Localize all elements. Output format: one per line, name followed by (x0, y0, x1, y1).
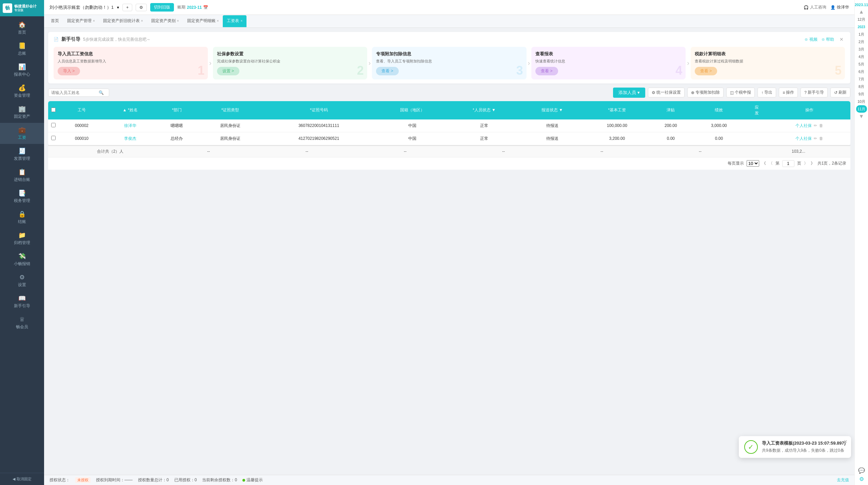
step-btn-5[interactable]: 查看 > (695, 67, 717, 75)
sidebar-item-tax[interactable]: 📑税务管理 (0, 186, 44, 207)
action-btn-tax-report[interactable]: ◫个税申报 (726, 88, 755, 97)
tab-fixed-detail[interactable]: 固定资产明细账× (183, 15, 223, 27)
tab-close-payroll[interactable]: × (240, 19, 242, 23)
edit-btn-1[interactable]: ✏ (814, 123, 817, 128)
sidebar-icon-close: 🔒 (18, 210, 26, 218)
current-month[interactable]: 11月 (856, 105, 867, 113)
step-btn-4[interactable]: 查看 > (535, 67, 558, 75)
sidebar-item-fund[interactable]: 💰资金管理 (0, 81, 44, 102)
cell-emp-id-2: 000010 (58, 132, 105, 145)
add-account-btn[interactable]: + (122, 4, 132, 11)
row-checkbox-1[interactable] (51, 123, 56, 127)
go-renew-link[interactable]: 去充值 (837, 477, 849, 483)
video-link[interactable]: ⊙ 视频 (805, 37, 817, 42)
wizard-step-2: 社保参数设置 完成社保参数设置自动计算社保公积金 设置 > 2 (213, 47, 367, 79)
nav-settings-icon[interactable]: ⚙ (859, 476, 864, 482)
action-btn-deduction[interactable]: ⊕专项附加扣除 (687, 88, 724, 97)
social-ins-link-1[interactable]: 个人社保 (795, 123, 812, 129)
user-profile[interactable]: 👤 徐泽华 (830, 4, 849, 10)
action-btn-operations[interactable]: ≡操作 (779, 88, 798, 97)
sidebar-item-general-ledger[interactable]: 📒总账 (0, 39, 44, 60)
sidebar-item-archive[interactable]: 📁归档管理 (0, 228, 44, 249)
nav-feedback-icon[interactable]: 💬 (858, 467, 865, 474)
nav-up-arrow[interactable]: ▲ (858, 8, 865, 16)
account-dropdown-icon[interactable]: ▾ (117, 5, 119, 10)
action-btn-refresh[interactable]: ↺刷新 (830, 88, 850, 97)
month-item[interactable]: 7月 (856, 75, 867, 83)
month-item[interactable]: 8月 (856, 83, 867, 90)
sidebar-item-guide[interactable]: 📖新手引导 (0, 291, 44, 312)
cell-should-pay-2 (745, 132, 769, 145)
sidebar-item-close[interactable]: 🔒结账 (0, 207, 44, 228)
search-input[interactable] (51, 90, 99, 95)
period-label: 账期 2023-11 📅 (177, 4, 208, 10)
sidebar-item-expenses[interactable]: 💸小畅报销 (0, 249, 44, 270)
switch-version-btn[interactable]: 切到旧版 (150, 3, 174, 12)
tab-payroll[interactable]: 工资表× (223, 15, 246, 27)
tab-depreciation[interactable]: 固定资产折旧统计表× (99, 15, 147, 27)
help-link[interactable]: ⊙ 帮助 (822, 37, 834, 42)
step-title-2: 社保参数设置 (217, 51, 363, 57)
action-btn-guide[interactable]: ?新手引导 (801, 88, 828, 97)
delete-btn-2[interactable]: 🗑 (819, 136, 823, 141)
calendar-icon[interactable]: 📅 (203, 5, 208, 10)
add-person-btn[interactable]: 添加人员 ▾ (613, 88, 645, 98)
month-item[interactable]: 10月 (856, 98, 867, 105)
sidebar-item-settings[interactable]: ⚙设置 (0, 270, 44, 291)
sidebar-item-vip[interactable]: ♕畅会员 (0, 312, 44, 333)
wizard-close-btn[interactable]: ✕ (838, 36, 845, 43)
search-icon[interactable]: 🔍 (99, 90, 104, 95)
tab-close-fixed-assets[interactable]: × (93, 19, 95, 23)
tab-fixed-category[interactable]: 固定资产类别× (147, 15, 183, 27)
prev-page-btn[interactable]: 〈 (769, 161, 773, 166)
month-item[interactable]: 3月 (856, 45, 867, 53)
next-page-btn[interactable]: 〉 (804, 161, 808, 166)
tab-close-fixed-detail[interactable]: × (217, 19, 219, 23)
month-item[interactable]: 2月 (856, 38, 867, 45)
sidebar-item-sales-ledger[interactable]: 📋进销台账 (0, 165, 44, 186)
step-btn-3[interactable]: 查看 > (376, 67, 398, 75)
action-btn-social-insurance[interactable]: ⚙统一社保设置 (648, 88, 685, 97)
first-page-btn[interactable]: 《 (762, 161, 766, 166)
row-checkbox-2[interactable] (51, 136, 56, 140)
last-page-btn[interactable]: 》 (811, 161, 815, 166)
month-item[interactable]: 9月 (856, 90, 867, 98)
nav-down-arrow[interactable]: ▼ (858, 113, 865, 120)
social-ins-link-2[interactable]: 个人社保 (795, 136, 812, 142)
tab-close-fixed-category[interactable]: × (177, 19, 179, 23)
sidebar-item-fixed-assets[interactable]: 🏢固定资产 (0, 102, 44, 123)
settings-btn[interactable]: ⚙ (136, 4, 147, 11)
cell-name-2[interactable]: 李俊杰 (105, 132, 155, 145)
month-item[interactable]: 6月 (856, 68, 867, 75)
warn-label: 温馨提示 (242, 477, 263, 483)
account-name[interactable]: 刘小艳演示账套（勿删勿动！）1 (50, 4, 114, 11)
sidebar-item-invoice[interactable]: 🧾发票管理 (0, 144, 44, 165)
month-item[interactable]: 5月 (856, 60, 867, 68)
per-page-select[interactable]: 10 20 50 (747, 160, 759, 167)
total-records: 共1页，2条记录 (817, 161, 846, 166)
tab-fixed-assets[interactable]: 固定资产管理× (63, 15, 99, 27)
edit-btn-2[interactable]: ✏ (814, 136, 817, 141)
tab-close-depreciation[interactable]: × (141, 19, 143, 23)
month-item[interactable]: 1月 (856, 31, 867, 38)
page-number-input[interactable] (782, 160, 794, 167)
month-item[interactable]: 12月 (856, 16, 867, 23)
ai-service[interactable]: 🎧 人工咨询 (804, 4, 826, 10)
step-arrow-3: › (527, 47, 532, 79)
main-area: 刘小艳演示账套（勿删勿动！）1 ▾ + ⚙ 切到旧版 账期 2023-11 📅 … (44, 0, 854, 485)
sidebar-item-home[interactable]: 🏠首页 (0, 18, 44, 39)
sidebar-collapse[interactable]: ◀ 取消固定 (0, 473, 44, 485)
step-btn-2[interactable]: 设置 > (217, 67, 239, 75)
sidebar-item-payroll[interactable]: 💼工资 (0, 123, 44, 144)
action-btn-export[interactable]: ↑导出 (757, 88, 776, 97)
wizard-step-1: 导入员工工资信息 人员信息及工资数据新增导入 导入 > 1 (54, 47, 208, 79)
delete-btn-1[interactable]: 🗑 (819, 123, 823, 128)
tab-home[interactable]: 首页 (47, 15, 63, 27)
sidebar-item-report[interactable]: 📊报表中心 (0, 60, 44, 81)
step-btn-1[interactable]: 导入 > (58, 67, 80, 75)
warn-dot (242, 479, 245, 482)
month-item[interactable]: 4月 (856, 53, 867, 60)
notification-close-btn[interactable]: ✕ (844, 439, 848, 444)
cell-name-1[interactable]: 徐泽华 (105, 119, 155, 132)
select-all-checkbox[interactable] (51, 108, 56, 112)
